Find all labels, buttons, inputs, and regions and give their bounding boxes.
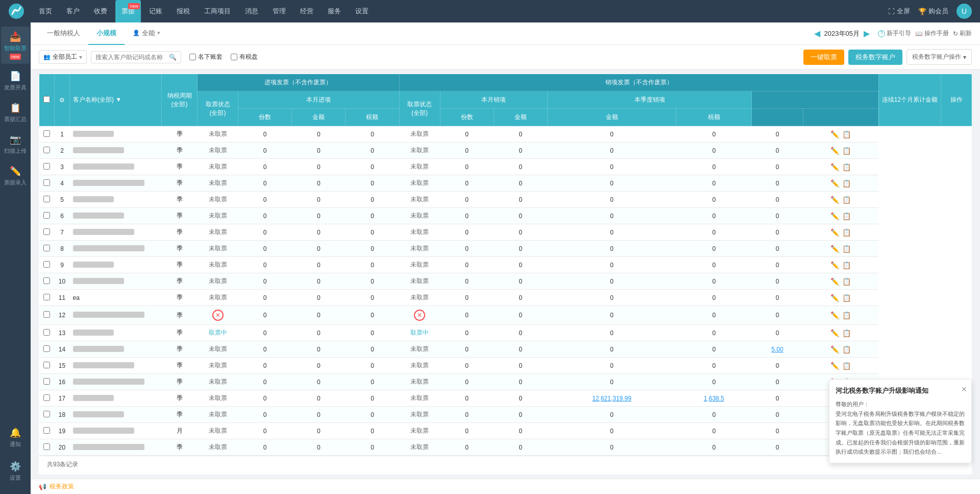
row-checkbox[interactable]	[43, 329, 50, 336]
nav-operation[interactable]: 经营	[294, 0, 320, 22]
copy-icon[interactable]: 📋	[842, 147, 851, 155]
copy-icon[interactable]: 📋	[842, 294, 851, 302]
row-checkbox[interactable]	[43, 443, 50, 450]
nav-tax[interactable]: 报税	[170, 0, 196, 22]
row-checkbox[interactable]	[43, 212, 50, 219]
new-guide-button[interactable]: ? 新手引导	[878, 29, 911, 38]
sidebar-item-invoice-issue[interactable]: 📄 发票开具	[1, 66, 30, 96]
select-all-checkbox[interactable]	[43, 96, 50, 103]
employee-select[interactable]: 👥 全部员工 ▾	[39, 50, 87, 64]
copy-icon[interactable]: 📋	[842, 212, 851, 220]
copy-icon[interactable]: 📋	[842, 362, 851, 370]
check-ledger-label[interactable]: 名下账套	[189, 53, 223, 61]
copy-icon[interactable]: 📋	[842, 311, 851, 319]
check-tax-checkbox[interactable]	[231, 54, 237, 60]
subnav-general-taxpayer[interactable]: 一般纳税人	[39, 22, 88, 45]
copy-icon[interactable]: 📋	[842, 261, 851, 269]
row-checkbox[interactable]	[43, 228, 50, 235]
edit-icon[interactable]: ✏️	[830, 245, 839, 253]
fullscreen-button[interactable]: ⛶ 全屏	[888, 7, 910, 16]
quarter-amount-value[interactable]: 12,621,319.99	[592, 395, 631, 402]
nav-bookkeeping[interactable]: 记账	[143, 0, 168, 22]
next-month-arrow[interactable]: ▶	[864, 29, 870, 38]
edit-icon[interactable]: ✏️	[830, 261, 839, 269]
row-checkbox[interactable]	[43, 311, 50, 318]
member-button[interactable]: 🏆 购会员	[918, 7, 948, 16]
copy-icon[interactable]: 📋	[842, 163, 851, 171]
copy-icon[interactable]: 📋	[842, 130, 851, 138]
tax-account-button[interactable]: 税务数字账户	[848, 50, 902, 65]
refresh-button[interactable]: ↻ 刷新	[953, 29, 972, 38]
nav-fee[interactable]: 收费	[88, 0, 113, 22]
nav-home[interactable]: 首页	[33, 0, 58, 22]
cumulative-value-highlight[interactable]: 5.00	[771, 346, 783, 353]
notification-close-button[interactable]: ✕	[961, 384, 967, 395]
nav-invoice[interactable]: 票据 new	[115, 0, 141, 22]
edit-icon[interactable]: ✏️	[830, 228, 839, 237]
check-ledger-checkbox[interactable]	[189, 54, 196, 60]
sidebar-item-intelligent-invoice[interactable]: 📥 智能取票 new	[1, 27, 30, 64]
edit-icon[interactable]: ✏️	[830, 147, 839, 155]
edit-icon[interactable]: ✏️	[830, 130, 839, 138]
row-checkbox[interactable]	[43, 411, 50, 417]
customer-name-blurred: ████████████████	[73, 395, 114, 401]
nav-settings[interactable]: 设置	[349, 0, 375, 22]
prev-month-arrow[interactable]: ◀	[814, 29, 820, 38]
sidebar-item-invoice-entry[interactable]: ✏️ 票据录入	[1, 161, 30, 191]
copy-icon[interactable]: 📋	[842, 277, 851, 286]
nav-business[interactable]: 工商项目	[198, 0, 237, 22]
bottom-bar[interactable]: 📢 税务政策	[31, 479, 980, 494]
edit-icon[interactable]: ✏️	[830, 179, 839, 187]
row-checkbox[interactable]	[43, 345, 50, 352]
edit-icon[interactable]: ✏️	[830, 163, 839, 171]
copy-icon[interactable]: 📋	[842, 196, 851, 204]
out-count: 0	[440, 224, 494, 241]
edit-icon[interactable]: ✏️	[830, 196, 839, 204]
edit-icon[interactable]: ✏️	[830, 311, 839, 319]
row-checkbox[interactable]	[43, 163, 50, 170]
edit-icon[interactable]: ✏️	[830, 294, 839, 302]
copy-icon[interactable]: 📋	[842, 245, 851, 253]
edit-icon[interactable]: ✏️	[830, 345, 839, 354]
sidebar-item-notification[interactable]: 🔔 通知	[1, 422, 30, 452]
nav-message[interactable]: 消息	[239, 0, 264, 22]
edit-icon[interactable]: ✏️	[830, 329, 839, 337]
row-checkbox[interactable]	[43, 147, 50, 153]
table-settings-icon[interactable]: ⚙	[59, 97, 65, 104]
row-checkbox[interactable]	[43, 130, 50, 137]
copy-icon[interactable]: 📋	[842, 179, 851, 187]
nav-customer[interactable]: 客户	[60, 0, 86, 22]
copy-icon[interactable]: 📋	[842, 345, 851, 354]
in-amount: 0	[292, 423, 346, 439]
tax-account-ops-button[interactable]: 税务数字账户操作 ▾	[906, 49, 972, 65]
search-input[interactable]	[95, 54, 167, 61]
row-checkbox[interactable]	[43, 277, 50, 284]
edit-icon[interactable]: ✏️	[830, 212, 839, 220]
row-checkbox[interactable]	[43, 261, 50, 268]
row-checkbox[interactable]	[43, 196, 50, 202]
sidebar-item-scan-upload[interactable]: 📷 扫描上传	[1, 129, 30, 159]
sidebar-item-invoice-summary[interactable]: 📋 票据汇总	[1, 98, 30, 127]
row-checkbox[interactable]	[43, 427, 50, 434]
subnav-all[interactable]: 👤 全能 ▾	[125, 22, 168, 45]
search-icon[interactable]: 🔍	[169, 54, 177, 61]
one-click-invoice-button[interactable]: 一键取票	[803, 50, 844, 65]
row-checkbox[interactable]	[43, 294, 50, 300]
row-checkbox[interactable]	[43, 362, 50, 368]
check-tax-label[interactable]: 有税盘	[231, 53, 258, 61]
edit-icon[interactable]: ✏️	[830, 362, 839, 370]
row-checkbox[interactable]	[43, 245, 50, 251]
sidebar-item-settings[interactable]: ⚙️ 设置	[1, 456, 30, 486]
copy-icon[interactable]: 📋	[842, 329, 851, 337]
nav-service[interactable]: 服务	[322, 0, 347, 22]
user-avatar[interactable]: U	[957, 4, 972, 19]
manual-button[interactable]: 📖 操作手册	[915, 29, 949, 38]
nav-manage[interactable]: 管理	[266, 0, 292, 22]
row-checkbox[interactable]	[43, 378, 50, 385]
row-checkbox[interactable]	[43, 394, 50, 401]
row-checkbox[interactable]	[43, 179, 50, 186]
edit-icon[interactable]: ✏️	[830, 277, 839, 286]
copy-icon[interactable]: 📋	[842, 228, 851, 237]
subnav-small-scale[interactable]: 小规模	[88, 22, 125, 45]
quarter-tax-value[interactable]: 1,638.5	[704, 395, 724, 402]
